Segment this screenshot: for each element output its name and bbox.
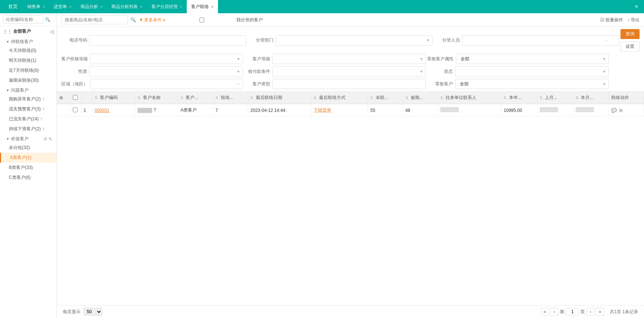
sidebar-item-unclassified[interactable]: 未分组(32) — [0, 143, 57, 153]
gear-icon[interactable]: ⚙ — [59, 95, 63, 100]
page-size-select[interactable]: 50 10 20 100 — [83, 308, 102, 316]
close-customer-tier-icon[interactable]: × — [180, 4, 182, 9]
phone-input[interactable] — [89, 35, 246, 46]
customer-grade-label: 客户等级 — [244, 56, 270, 62]
sidebar-item-declining[interactable]: 持续下滑客户(2) ? — [0, 124, 57, 134]
th-checkbox[interactable] — [70, 92, 81, 104]
sidebar-item-abnormal-purchase[interactable]: 囤购异常客户(2) ? — [0, 94, 57, 104]
grid-icon[interactable]: ⊞ — [619, 108, 623, 113]
sidebar-item-week-pending[interactable]: 近7天待联络(0) — [0, 66, 57, 75]
nav-purchase[interactable]: 进货单 × — [49, 0, 76, 13]
last-page-btn[interactable]: » — [596, 308, 604, 316]
sidebar-item-class-c[interactable]: C类客户(6) — [0, 173, 57, 183]
th-settings[interactable]: ⚙ — [57, 92, 70, 104]
filter-row-3: 性质 ▼ 收付款条件 ▼ 状态 ▼ — [61, 66, 640, 77]
main-layout: 🔍 ⋮⋮ 全部客户 ◁ ▼ 待联络客户 今天待联络(0) 明天待联络(1) 近7… — [0, 13, 644, 318]
table-row: 1 000031 ? A类客户 7 2023-04-12 14:44: 下销货单 — [57, 104, 644, 117]
query-btn[interactable]: 查询 — [620, 29, 640, 39]
row-checkbox[interactable] — [73, 107, 78, 112]
filter-retail-attr: 零散客户属性 全部 ▼ — [427, 54, 609, 64]
region-input[interactable]: ··· — [90, 79, 243, 89]
region-dots-icon[interactable]: ··· — [237, 81, 240, 86]
nav-home[interactable]: 首页 — [3, 0, 23, 13]
th-last-method: ⇅ 最后联络方式 — [311, 92, 368, 104]
sidebar-item-churned[interactable]: 已流失客户(24) ? — [0, 114, 57, 124]
person-label: 分管人员 — [434, 37, 460, 43]
td-code[interactable]: 000031 — [92, 104, 135, 117]
retail-attr-value: 全部 — [459, 56, 469, 62]
pending-arrow-icon: ▼ — [6, 40, 10, 44]
sidebar-item-overdue-pending[interactable]: 逾期未联络(30) — [0, 75, 57, 85]
filter-nature: 性质 ▼ — [61, 66, 243, 77]
sort-code-icon: ⇅ — [95, 96, 98, 100]
sidebar-all-customers[interactable]: ⋮⋮ 全部客户 ◁ — [0, 26, 57, 37]
sidebar-item-churn-warning[interactable]: 流失预警客户(3) ? — [0, 104, 57, 114]
refresh-icon[interactable]: ↺ — [43, 137, 47, 142]
td-last-method[interactable]: 下销货单 — [311, 104, 368, 117]
nav-analysis-list[interactable]: 商品分析列表 × — [107, 0, 147, 13]
nav-customer-contact[interactable]: 客户联络 × — [187, 0, 218, 13]
info-icon-churned: ? — [40, 117, 42, 121]
close-customer-contact-icon[interactable]: × — [211, 4, 213, 9]
close-purchase-icon[interactable]: × — [69, 4, 71, 9]
customer-code-link[interactable]: 000031 — [95, 108, 110, 113]
sidebar-item-today-pending[interactable]: 今天待联络(0) — [0, 46, 57, 56]
th-unit-contact: ⇅ 往来单位联系人 — [438, 92, 501, 104]
filter-icon: ▼ — [139, 17, 143, 22]
td-contact-count: 7 — [213, 104, 248, 117]
sidebar-search-input[interactable] — [3, 15, 43, 24]
close-analysis-list-icon[interactable]: × — [140, 4, 142, 9]
set-btn[interactable]: 设置 — [620, 42, 640, 52]
pay-cond-select[interactable]: ▼ — [272, 66, 426, 77]
retail-customer-select[interactable]: 全部 ▼ — [455, 79, 609, 89]
batch-op-btn[interactable]: ☑ 批量操作 — [600, 17, 623, 23]
sidebar-item-tomorrow-pending[interactable]: 明天待联络(1) — [0, 56, 57, 66]
retail-customer-label: 零散客户 — [427, 81, 453, 87]
my-customers-checkbox[interactable] — [169, 18, 235, 22]
sidebar-item-class-a[interactable]: A类客户(1) — [0, 153, 57, 163]
nav-salesorder[interactable]: 销售单 × — [23, 0, 49, 13]
retail-customer-chevron-icon: ▼ — [602, 82, 606, 86]
sidebar-search-area: 🔍 — [0, 13, 57, 26]
query-btn-group: 查询 设置 — [620, 29, 640, 52]
export-icon: ↑ — [627, 17, 630, 22]
dept-select[interactable]: ▼ — [276, 35, 433, 46]
page-input[interactable] — [566, 308, 579, 315]
select-all-checkbox[interactable] — [73, 95, 78, 100]
sidebar-collapse-icon[interactable]: ◁ — [50, 29, 54, 35]
edit-icon[interactable]: ✎ — [49, 137, 52, 142]
filter-price-grade: 客户价格等级 ▼ — [61, 54, 243, 64]
first-page-btn[interactable]: « — [541, 308, 549, 316]
export-btn[interactable]: ↑ 导出 — [627, 17, 640, 23]
price-grade-select[interactable]: ▼ — [90, 54, 243, 64]
close-all-tabs-icon[interactable]: × — [632, 3, 641, 10]
nature-select[interactable]: ▼ — [89, 66, 243, 77]
nav-analysis[interactable]: 商品分析 × — [76, 0, 107, 13]
problem-arrow-icon: ▼ — [6, 88, 10, 92]
sort-method-icon: ⇅ — [314, 96, 316, 100]
status-select[interactable]: ▼ — [455, 66, 609, 77]
more-criteria-btn[interactable]: ▼ 更多条件 ∨ — [139, 17, 166, 23]
main-search-icon[interactable]: 🔍 — [130, 17, 136, 22]
person-select[interactable]: ··· — [462, 35, 619, 46]
main-search-input[interactable] — [61, 15, 128, 24]
sort-unit-icon: ⇅ — [440, 96, 443, 100]
filter-retail-customer: 零散客户 全部 ▼ — [427, 79, 609, 89]
nav-customer-tier[interactable]: 客户分层经营 × — [147, 0, 187, 13]
sidebar-search-icon[interactable]: 🔍 — [45, 17, 50, 22]
person-dots-icon: ··· — [605, 38, 608, 43]
customer-grade-select[interactable]: ▼ — [272, 54, 426, 64]
close-analysis-icon[interactable]: × — [100, 4, 103, 9]
retail-attr-select[interactable]: 全部 ▼ — [456, 54, 609, 64]
sidebar-item-class-b[interactable]: B类客户(33) — [0, 163, 57, 173]
close-salesorder-icon[interactable]: × — [43, 4, 45, 9]
contact-method-link[interactable]: 下销货单 — [314, 107, 331, 113]
td-checkbox[interactable] — [70, 104, 81, 117]
page-size-label: 每页显示 — [63, 309, 80, 315]
th-code: ⇅ 客户编码 — [92, 92, 135, 104]
message-icon[interactable]: 💬 — [611, 108, 617, 113]
customer-type-input[interactable] — [272, 79, 426, 89]
prev-page-btn[interactable]: ‹ — [550, 308, 558, 316]
customer-type-label: 客户类型 — [244, 81, 270, 87]
next-page-btn[interactable]: › — [586, 308, 594, 316]
